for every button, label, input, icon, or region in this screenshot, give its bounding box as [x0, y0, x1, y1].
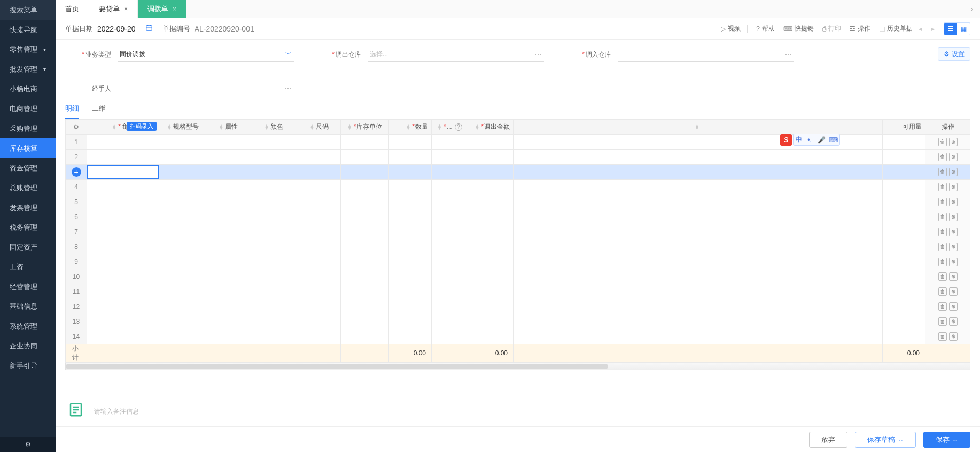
calendar-icon[interactable] [145, 24, 153, 33]
col-blank[interactable]: ▲▼ [514, 120, 883, 135]
insert-row-icon[interactable]: ⊕ [949, 243, 958, 251]
delete-row-icon[interactable]: 🗑 [938, 287, 947, 296]
sidebar-item-12[interactable]: 固定资产 [0, 237, 56, 257]
delete-row-icon[interactable]: 🗑 [938, 332, 947, 341]
scrollbar-thumb[interactable] [66, 364, 608, 369]
insert-row-icon[interactable]: ⊕ [949, 228, 958, 236]
table-row[interactable]: 10🗑⊕ [66, 269, 970, 284]
ime-toolbar[interactable]: S 中 •, 🎤 ⌨ [780, 134, 840, 146]
delete-row-icon[interactable]: 🗑 [938, 302, 947, 311]
shortcut-link[interactable]: ⌨快捷键 [783, 24, 814, 33]
ime-punct-icon[interactable]: •, [805, 136, 814, 144]
sidebar-item-13[interactable]: 工资 [0, 257, 56, 277]
delete-row-icon[interactable]: 🗑 [938, 183, 947, 191]
col-qty[interactable]: ▲▼*数量 [389, 120, 432, 135]
close-icon[interactable]: × [124, 5, 128, 13]
tab-2[interactable]: 调拨单× [138, 0, 186, 18]
save-button[interactable]: 保存︿ [923, 432, 970, 448]
sidebar-settings[interactable]: ⚙ [0, 437, 56, 452]
prev-doc-arrow[interactable]: ◂ [915, 25, 925, 33]
table-row[interactable]: 6🗑⊕ [66, 209, 970, 224]
insert-row-icon[interactable]: ⊕ [949, 302, 958, 311]
sidebar-item-17[interactable]: 企业协同 [0, 336, 56, 356]
table-row[interactable]: 13🗑⊕ [66, 314, 970, 329]
delete-row-icon[interactable]: 🗑 [938, 168, 947, 176]
insert-row-icon[interactable]: ⊕ [949, 138, 958, 146]
delete-row-icon[interactable]: 🗑 [938, 138, 947, 146]
add-row-button[interactable]: + [72, 167, 81, 177]
next-doc-arrow[interactable]: ▸ [928, 25, 938, 33]
tab-1[interactable]: 要货单× [89, 0, 138, 18]
horizontal-scrollbar[interactable] [65, 363, 970, 370]
insert-row-icon[interactable]: ⊕ [949, 168, 958, 176]
table-row[interactable]: 2🗑⊕ [66, 150, 970, 165]
col-gear[interactable]: ⚙ [66, 120, 87, 135]
close-icon[interactable]: × [173, 5, 176, 13]
print-link[interactable]: ⎙打印 [822, 24, 841, 33]
insert-row-icon[interactable]: ⊕ [949, 272, 958, 281]
delete-row-icon[interactable]: 🗑 [938, 272, 947, 281]
col-spec[interactable]: ▲▼规格型号 [159, 120, 207, 135]
table-row[interactable]: 4🗑⊕ [66, 180, 970, 194]
insert-row-icon[interactable]: ⊕ [949, 332, 958, 341]
table-row[interactable]: 8🗑⊕ [66, 239, 970, 254]
help-icon[interactable]: ? [455, 123, 462, 131]
view-grid-icon[interactable]: ▦ [957, 23, 970, 35]
col-product[interactable]: ▲▼*商品 扫码录入 [87, 120, 159, 135]
insert-row-icon[interactable]: ⊕ [949, 198, 958, 206]
sidebar-item-2[interactable]: 零售管理▾ [0, 40, 56, 59]
delete-row-icon[interactable]: 🗑 [938, 213, 947, 221]
table-row[interactable]: 12🗑⊕ [66, 299, 970, 314]
sidebar-item-9[interactable]: 总账管理 [0, 178, 56, 198]
sidebar-item-5[interactable]: 电商管理 [0, 99, 56, 119]
handler-select[interactable]: ⋯ [118, 81, 294, 96]
col-available[interactable]: 可用量 [883, 120, 925, 135]
table-row[interactable]: 9🗑⊕ [66, 254, 970, 269]
delete-row-icon[interactable]: 🗑 [938, 228, 947, 236]
col-attr[interactable]: ▲▼属性 [207, 120, 250, 135]
insert-row-icon[interactable]: ⊕ [949, 287, 958, 296]
sidebar-item-1[interactable]: 快捷导航 [0, 20, 56, 40]
sidebar-item-15[interactable]: 基础信息 [0, 297, 56, 316]
save-draft-button[interactable]: 保存草稿︿ [855, 432, 916, 448]
table-row[interactable]: 7🗑⊕ [66, 224, 970, 239]
table-row[interactable]: 5🗑⊕ [66, 194, 970, 209]
col-color[interactable]: ▲▼颜色 [250, 120, 298, 135]
insert-row-icon[interactable]: ⊕ [949, 153, 958, 161]
col-unit[interactable]: ▲▼*库存单位 [341, 120, 389, 135]
sidebar-item-0[interactable]: 搜索菜单 [0, 0, 56, 20]
biz-type-select[interactable]: 同价调拨 ﹀ [118, 47, 294, 62]
sidebar-item-8[interactable]: 资金管理 [0, 158, 56, 178]
col-extra[interactable]: ▲▼*... ? [432, 120, 468, 135]
ime-keyboard-icon[interactable]: ⌨ [829, 136, 837, 144]
operate-link[interactable]: ☲操作 [850, 24, 870, 33]
video-link[interactable]: ▷视频 [721, 24, 741, 33]
subtab-detail[interactable]: 明细 [65, 104, 79, 119]
help-link[interactable]: ?帮助 [756, 24, 775, 33]
scan-badge[interactable]: 扫码录入 [127, 122, 157, 131]
ime-mic-icon[interactable]: 🎤 [817, 136, 826, 144]
subtab-2d[interactable]: 二维 [92, 104, 106, 119]
sidebar-item-14[interactable]: 经营管理 [0, 277, 56, 297]
sidebar-item-10[interactable]: 发票管理 [0, 198, 56, 217]
table-row[interactable]: 14🗑⊕ [66, 329, 970, 344]
sidebar-item-6[interactable]: 采购管理 [0, 119, 56, 138]
delete-row-icon[interactable]: 🗑 [938, 243, 947, 251]
sidebar-item-7[interactable]: 库存核算 [0, 138, 56, 158]
table-row[interactable]: +🗑⊕ [66, 165, 970, 180]
tab-0[interactable]: 首页 [56, 0, 89, 18]
in-warehouse-select[interactable]: ⋯ [618, 47, 794, 62]
sidebar-item-16[interactable]: 系统管理 [0, 316, 56, 336]
delete-row-icon[interactable]: 🗑 [938, 258, 947, 266]
history-link[interactable]: ◫历史单据 [879, 24, 913, 33]
table-row[interactable]: 11🗑⊕ [66, 284, 970, 299]
remark-input[interactable]: 请输入备注信息 [94, 402, 970, 416]
view-list-icon[interactable]: ☰ [944, 23, 957, 35]
ime-lang[interactable]: 中 [796, 135, 802, 144]
doc-date-value[interactable]: 2022-09-20 [97, 25, 136, 33]
settings-button[interactable]: ⚙ 设置 [938, 47, 970, 61]
sidebar-item-4[interactable]: 小畅电商 [0, 79, 56, 99]
insert-row-icon[interactable]: ⊕ [949, 213, 958, 221]
out-warehouse-select[interactable]: 选择... ⋯ [368, 47, 544, 62]
col-size[interactable]: ▲▼尺码 [298, 120, 341, 135]
